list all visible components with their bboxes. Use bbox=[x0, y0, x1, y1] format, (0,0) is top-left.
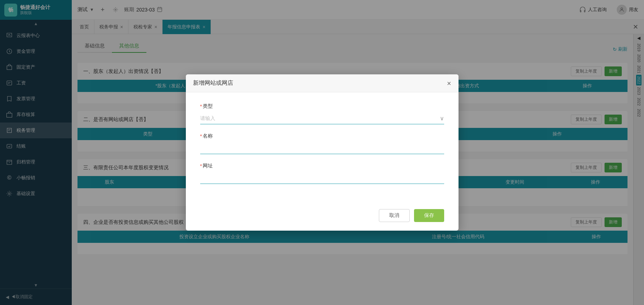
dialog-name-input[interactable] bbox=[200, 144, 444, 152]
dialog-title: 新增网站或网店 bbox=[193, 79, 233, 87]
dialog-footer: 取消 保存 bbox=[186, 203, 459, 231]
dialog-type-label: * 类型 bbox=[200, 103, 444, 110]
dialog-url-input-wrap bbox=[200, 172, 444, 184]
name-required-star: * bbox=[200, 133, 202, 139]
type-required-star: * bbox=[200, 103, 202, 109]
name-label-text: 名称 bbox=[203, 133, 213, 139]
dialog-type-input[interactable] bbox=[200, 114, 440, 123]
dialog-name-label: * 名称 bbox=[200, 133, 444, 139]
dialog-close-btn[interactable]: × bbox=[447, 80, 451, 87]
dialog-name-input-wrap bbox=[200, 142, 444, 154]
dialog-field-type: * 类型 ∨ bbox=[200, 103, 444, 124]
url-label-text: 网址 bbox=[203, 163, 213, 169]
dialog-url-label: * 网址 bbox=[200, 163, 444, 169]
dialog-url-input[interactable] bbox=[200, 174, 444, 182]
dialog-save-btn[interactable]: 保存 bbox=[414, 209, 444, 222]
dialog-type-input-wrap: ∨ bbox=[200, 112, 444, 124]
dialog-add-website: 新增网站或网店 × * 类型 ∨ * 名称 bbox=[186, 74, 459, 231]
modal-overlay[interactable]: 新增网站或网店 × * 类型 ∨ * 名称 bbox=[0, 0, 644, 305]
dialog-field-url: * 网址 bbox=[200, 163, 444, 184]
dialog-cancel-btn[interactable]: 取消 bbox=[379, 209, 410, 222]
dialog-field-name: * 名称 bbox=[200, 133, 444, 154]
dialog-header: 新增网站或网店 × bbox=[186, 74, 459, 92]
type-label-text: 类型 bbox=[203, 103, 213, 110]
dialog-type-dropdown-icon[interactable]: ∨ bbox=[440, 115, 444, 122]
dialog-body: * 类型 ∨ * 名称 bbox=[186, 92, 459, 203]
url-required-star: * bbox=[200, 163, 202, 169]
